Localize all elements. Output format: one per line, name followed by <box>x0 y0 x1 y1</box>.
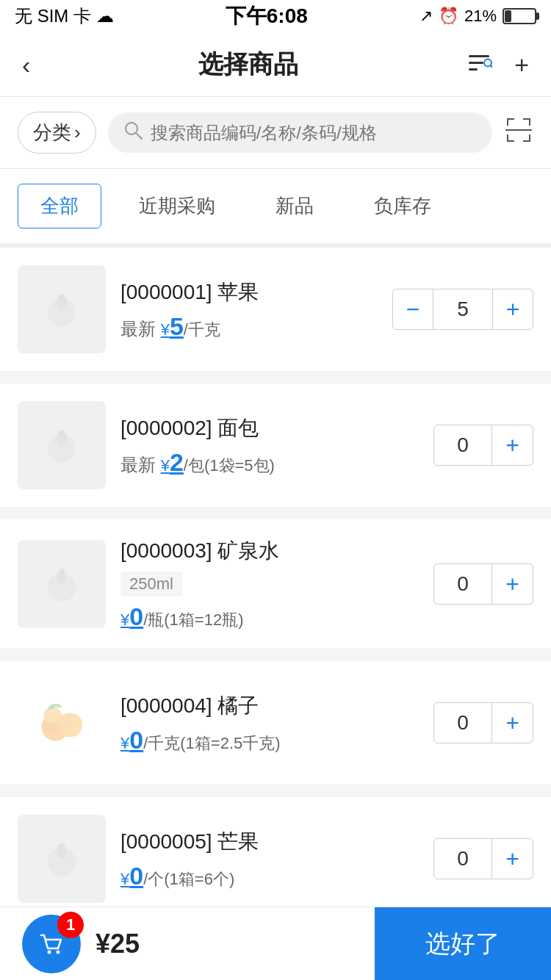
location-icon: ↗ <box>419 7 433 26</box>
product-info-0000001: [0000001] 苹果 最新 ¥5/千克 <box>120 278 378 341</box>
svg-rect-10 <box>529 118 530 126</box>
divider-1 <box>0 372 551 383</box>
price-unit: /瓶(1箱=12瓶) <box>143 610 243 629</box>
product-price-0000003: ¥0/瓶(1箱=12瓶) <box>120 602 419 631</box>
scan-icon[interactable] <box>504 115 533 151</box>
product-item-0000004: [0000004] 橘子 ¥0/千克(1箱=2.5千克) + <box>0 661 551 785</box>
product-thumb-0000001 <box>18 265 106 353</box>
tab-negative[interactable]: 负库存 <box>351 184 454 228</box>
product-item-0000002: [0000002] 面包 最新 ¥2/包(1袋=5包) + <box>0 383 551 508</box>
qty-plus-0000001[interactable]: + <box>492 289 533 330</box>
price-amount: 0 <box>129 862 143 890</box>
price-unit: /千克(1箱=2.5千克) <box>143 734 280 752</box>
product-thumb-0000005 <box>18 815 106 903</box>
product-price-0000001: 最新 ¥5/千克 <box>120 312 378 341</box>
divider-2 <box>0 508 551 519</box>
header-icons: + <box>466 49 529 79</box>
price-currency: ¥ <box>161 456 170 475</box>
battery-percent: 21% <box>464 7 497 26</box>
price-unit: /千克 <box>184 320 220 339</box>
svg-rect-12 <box>507 134 508 142</box>
category-button[interactable]: 分类 › <box>18 112 96 154</box>
search-icon <box>123 120 143 145</box>
svg-line-4 <box>491 65 493 68</box>
cart-icon-wrap[interactable]: 1 <box>22 915 81 973</box>
product-price-0000005: ¥0/个(1箱=6个) <box>120 862 419 890</box>
sim-label: 无 SIM 卡 ☁ <box>15 4 114 28</box>
svg-rect-18 <box>60 294 63 300</box>
qty-input-0000004[interactable] <box>433 702 492 743</box>
qty-input-0000001[interactable] <box>433 289 492 330</box>
svg-point-41 <box>48 950 51 954</box>
search-input[interactable] <box>151 123 478 143</box>
product-info-0000003: [0000003] 矿泉水 250ml ¥0/瓶(1箱=12瓶) <box>120 537 419 631</box>
qty-input-0000002[interactable] <box>433 425 492 466</box>
page-title: 选择商品 <box>198 48 298 82</box>
status-left: 无 SIM 卡 ☁ <box>15 4 114 28</box>
product-item-0000005: [0000005] 芒果 ¥0/个(1箱=6个) + <box>0 797 551 921</box>
product-item-0000003: [0000003] 矿泉水 250ml ¥0/瓶(1箱=12瓶) + <box>0 519 551 649</box>
svg-rect-14 <box>529 134 530 142</box>
category-label: 分类 <box>33 120 71 145</box>
price-unit: /包(1袋=5包) <box>184 456 275 475</box>
svg-rect-2 <box>469 68 478 71</box>
status-time: 下午6:08 <box>226 2 308 30</box>
qty-plus-0000002[interactable]: + <box>492 425 533 466</box>
search-box <box>108 112 492 153</box>
svg-rect-34 <box>60 843 63 850</box>
confirm-button[interactable]: 选好了 <box>375 907 551 980</box>
price-label: 最新 <box>120 319 161 339</box>
product-price-0000004: ¥0/千克(1箱=2.5千克) <box>120 726 419 754</box>
svg-point-42 <box>57 950 60 954</box>
filter-bar: 分类 › <box>0 97 551 169</box>
product-info-0000002: [0000002] 面包 最新 ¥2/包(1袋=5包) <box>120 414 419 477</box>
divider-4 <box>0 785 551 797</box>
svg-rect-8 <box>507 118 508 126</box>
alarm-icon: ⏰ <box>439 7 458 26</box>
price-currency: ¥ <box>120 610 129 629</box>
svg-rect-0 <box>469 55 489 57</box>
product-thumb-0000002 <box>18 401 106 489</box>
price-label: 最新 <box>120 455 161 475</box>
qty-input-0000003[interactable] <box>433 563 492 605</box>
divider-3 <box>0 649 551 661</box>
tab-all[interactable]: 全部 <box>18 184 101 228</box>
qty-control-0000001: − + <box>392 289 533 330</box>
tab-recent-label: 近期采购 <box>139 195 215 217</box>
qty-input-0000005[interactable] <box>433 838 492 879</box>
qty-control-0000003: + <box>433 563 533 605</box>
product-name-0000002: [0000002] 面包 <box>120 414 419 442</box>
svg-rect-15 <box>505 129 532 131</box>
qty-minus-0000001[interactable]: − <box>392 289 433 330</box>
status-bar: 无 SIM 卡 ☁ 下午6:08 ↗ ⏰ 21% <box>0 0 551 32</box>
tab-bar: 全部 近期采购 新品 负库存 <box>0 169 551 248</box>
price-amount: 0 <box>129 602 143 630</box>
back-button[interactable]: ‹ <box>22 52 30 77</box>
price-currency: ¥ <box>120 870 129 888</box>
svg-point-29 <box>42 722 69 732</box>
svg-rect-24 <box>60 569 63 575</box>
tab-new[interactable]: 新品 <box>253 184 336 228</box>
price-amount: 0 <box>129 726 143 754</box>
filter-icon[interactable] <box>466 49 492 79</box>
status-right: ↗ ⏰ 21% <box>419 7 536 26</box>
qty-plus-0000005[interactable]: + <box>492 838 533 879</box>
product-name-0000005: [0000005] 芒果 <box>120 828 419 856</box>
svg-line-6 <box>136 133 142 139</box>
product-name-0000003: [0000003] 矿泉水 <box>120 537 419 565</box>
bottom-bar: 1 ¥25 选好了 <box>0 907 551 980</box>
product-name-0000004: [0000004] 橘子 <box>120 692 419 720</box>
battery-icon <box>503 8 536 24</box>
price-unit: /个(1箱=6个) <box>143 870 234 888</box>
product-name-0000001: [0000001] 苹果 <box>120 278 378 306</box>
qty-control-0000005: + <box>433 838 533 879</box>
tab-negative-label: 负库存 <box>374 195 431 217</box>
svg-rect-1 <box>469 62 483 64</box>
qty-plus-0000003[interactable]: + <box>492 563 533 605</box>
header: ‹ 选择商品 + <box>0 32 551 97</box>
tab-recent[interactable]: 近期采购 <box>116 184 238 228</box>
category-chevron-icon: › <box>74 121 81 144</box>
qty-plus-0000004[interactable]: + <box>492 702 533 743</box>
product-price-0000002: 最新 ¥2/包(1袋=5包) <box>120 448 419 477</box>
add-button[interactable]: + <box>514 52 529 77</box>
